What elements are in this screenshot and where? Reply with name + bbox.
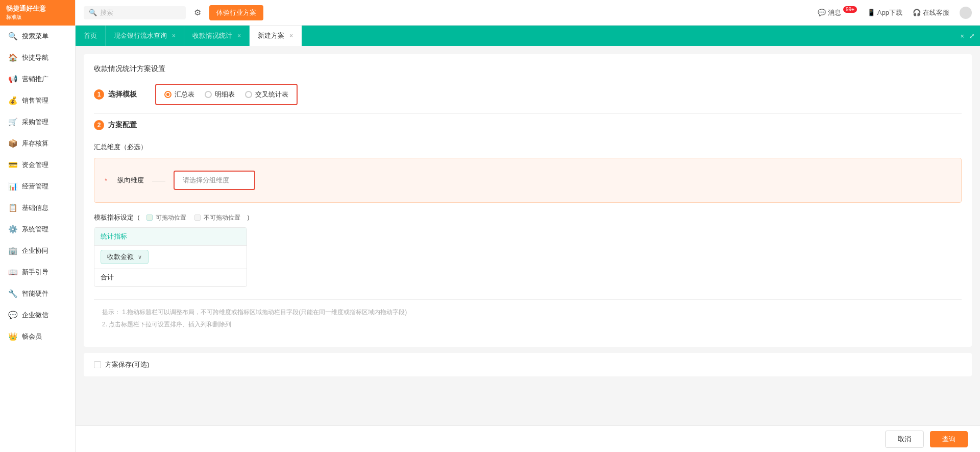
sidebar-item-system[interactable]: ⚙️ 系统管理 bbox=[0, 219, 75, 240]
indicator-table-head: 统计指标 bbox=[94, 228, 247, 246]
sidebar-item-corp[interactable]: 🏢 企业协同 bbox=[0, 240, 75, 261]
sidebar-item-search[interactable]: 🔍 搜索菜单 bbox=[0, 26, 75, 47]
marketing-icon: 📢 bbox=[8, 75, 18, 84]
sidebar-item-finance[interactable]: 💳 资金管理 bbox=[0, 154, 75, 176]
tab-new-plan-close[interactable]: × bbox=[289, 32, 293, 39]
page-card: 收款情况统计方案设置 1 选择模板 汇总表 明细表 交叉统计 bbox=[84, 54, 972, 347]
query-button[interactable]: 查询 bbox=[930, 431, 968, 447]
footer-section: 方案保存(可选) bbox=[84, 353, 972, 376]
download-item[interactable]: 📱 App下载 bbox=[867, 8, 902, 17]
sidebar-item-label: 新手引导 bbox=[22, 268, 48, 277]
cancel-button[interactable]: 取消 bbox=[885, 431, 924, 448]
sidebar-item-label: 采购管理 bbox=[22, 117, 48, 127]
download-icon: 📱 bbox=[867, 9, 875, 16]
tab-collection[interactable]: 收款情况统计 × bbox=[184, 26, 250, 46]
industry-solution-button[interactable]: 体验行业方案 bbox=[209, 5, 263, 20]
section2-label: 方案配置 bbox=[108, 121, 137, 130]
tab-collection-label: 收款情况统计 bbox=[192, 31, 232, 40]
tab-home[interactable]: 首页 bbox=[76, 26, 106, 46]
save-checkbox[interactable] bbox=[94, 361, 101, 368]
bottom-bar: 取消 查询 bbox=[76, 425, 980, 452]
tab-collection-close[interactable]: × bbox=[237, 32, 241, 39]
dimension-vertical-label: 纵向维度 bbox=[117, 176, 144, 185]
tab-new-plan-label: 新建方案 bbox=[258, 31, 284, 40]
search-placeholder: 搜索 bbox=[100, 8, 113, 17]
dimension-area: * 纵向维度 —— 请选择分组维度 bbox=[94, 158, 962, 203]
radio-summary-label: 汇总表 bbox=[175, 90, 194, 99]
service-item[interactable]: 🎧 在线客服 bbox=[913, 8, 949, 17]
gear-icon[interactable]: ⚙ bbox=[194, 8, 201, 17]
tab-cashflow-label: 现金银行流水查询 bbox=[114, 31, 167, 40]
radio-detail-label: 明细表 bbox=[215, 90, 235, 99]
section2-num: 2 bbox=[94, 120, 104, 130]
business-icon: 📊 bbox=[8, 182, 18, 191]
sidebar-item-label: 快捷导航 bbox=[22, 53, 48, 62]
radio-cross-circle bbox=[245, 91, 252, 98]
sidebar-item-label: 搜索菜单 bbox=[22, 32, 48, 41]
sidebar-item-inventory[interactable]: 📦 库存核算 bbox=[0, 133, 75, 154]
sidebar-item-basic[interactable]: 📋 基础信息 bbox=[0, 197, 75, 219]
required-mark: * bbox=[105, 177, 107, 184]
app-edition: 标准版 bbox=[6, 14, 46, 21]
radio-summary[interactable]: 汇总表 bbox=[164, 90, 194, 99]
sidebar-item-label: 资金管理 bbox=[22, 160, 48, 170]
topbar-right: 💬 消息 99+ 📱 App下载 🎧 在线客服 bbox=[818, 7, 972, 19]
sidebar-item-label: 库存核算 bbox=[22, 139, 48, 148]
dimension-input[interactable]: 请选择分组维度 bbox=[174, 171, 255, 190]
radio-detail[interactable]: 明细表 bbox=[205, 90, 235, 99]
topbar: 🔍 搜索 ⚙ 体验行业方案 💬 消息 99+ 📱 App下载 🎧 在线客服 bbox=[76, 0, 980, 26]
sidebar-item-hardware[interactable]: 🔧 智能硬件 bbox=[0, 283, 75, 304]
system-icon: ⚙️ bbox=[8, 225, 18, 234]
dimension-config: 汇总维度（必选） * 纵向维度 —— 请选择分组维度 模板指标设定（ bbox=[94, 142, 962, 337]
tab-cashflow[interactable]: 现金银行流水查询 × bbox=[106, 26, 184, 46]
sidebar: 畅捷通好生意 标准版 🔍 搜索菜单 🏠 快捷导航 📢 营销推广 💰 销售管理 🛒… bbox=[0, 0, 76, 452]
indicator-header: 模板指标设定（ 可拖动位置 不可拖动位置 ） bbox=[94, 213, 962, 222]
section1-num: 1 bbox=[94, 89, 104, 100]
sidebar-item-guide[interactable]: 📖 新手引导 bbox=[0, 261, 75, 283]
radio-cross[interactable]: 交叉统计表 bbox=[245, 90, 288, 99]
tab-close-all-icon[interactable]: × bbox=[960, 32, 964, 40]
sidebar-item-sales[interactable]: 💰 销售管理 bbox=[0, 90, 75, 111]
sidebar-item-purchase[interactable]: 🛒 采购管理 bbox=[0, 111, 75, 133]
sidebar-item-label: 经营管理 bbox=[22, 182, 48, 191]
sidebar-item-member[interactable]: 👑 畅会员 bbox=[0, 326, 75, 347]
indicator-table: 统计指标 收款金额 ∨ 合计 bbox=[94, 227, 247, 287]
dimension-row: * 纵向维度 —— 请选择分组维度 bbox=[105, 171, 951, 190]
basic-info-icon: 📋 bbox=[8, 203, 18, 212]
sidebar-item-nav[interactable]: 🏠 快捷导航 bbox=[0, 47, 75, 68]
tab-new-plan[interactable]: 新建方案 × bbox=[250, 26, 302, 46]
sidebar-item-label: 企业微信 bbox=[22, 311, 48, 320]
wechat-icon: 💬 bbox=[8, 311, 18, 320]
fixed-label: 不可拖动位置 bbox=[204, 213, 240, 222]
search-menu-icon: 🔍 bbox=[8, 32, 18, 41]
purchase-icon: 🛒 bbox=[8, 117, 18, 127]
indicator-tag[interactable]: 收款金额 ∨ bbox=[101, 250, 149, 264]
sidebar-item-marketing[interactable]: 📢 营销推广 bbox=[0, 68, 75, 90]
dimension-group-title: 汇总维度（必选） bbox=[94, 142, 962, 152]
indicator-legend: 可拖动位置 不可拖动位置 bbox=[146, 213, 240, 222]
search-input-box[interactable]: 🔍 搜索 bbox=[84, 6, 186, 19]
sidebar-item-label: 基础信息 bbox=[22, 203, 48, 212]
finance-icon: 💳 bbox=[8, 160, 18, 170]
service-icon: 🎧 bbox=[913, 9, 921, 16]
sidebar-item-wechat[interactable]: 💬 企业微信 bbox=[0, 304, 75, 326]
section-divider bbox=[94, 113, 962, 114]
app-logo: 畅捷通好生意 标准版 bbox=[0, 0, 75, 26]
home-icon: 🏠 bbox=[8, 53, 18, 62]
message-item[interactable]: 💬 消息 99+ bbox=[818, 8, 857, 17]
message-label: 消息 bbox=[828, 8, 841, 17]
service-label: 在线客服 bbox=[923, 8, 949, 17]
user-avatar[interactable] bbox=[960, 7, 972, 19]
tab-home-label: 首页 bbox=[84, 31, 97, 40]
user-icon bbox=[960, 7, 972, 19]
tab-expand-icon[interactable]: ⤢ bbox=[969, 32, 975, 40]
radio-detail-circle bbox=[205, 91, 212, 98]
sidebar-item-business[interactable]: 📊 经营管理 bbox=[0, 176, 75, 197]
template-selection-box: 汇总表 明细表 交叉统计表 bbox=[155, 84, 298, 105]
search-icon: 🔍 bbox=[89, 9, 97, 16]
section1-header: 1 选择模板 汇总表 明细表 交叉统计表 bbox=[94, 84, 962, 105]
tab-cashflow-close[interactable]: × bbox=[172, 32, 176, 39]
hardware-icon: 🔧 bbox=[8, 289, 18, 298]
save-label: 方案保存(可选) bbox=[105, 360, 150, 369]
member-icon: 👑 bbox=[8, 332, 18, 341]
